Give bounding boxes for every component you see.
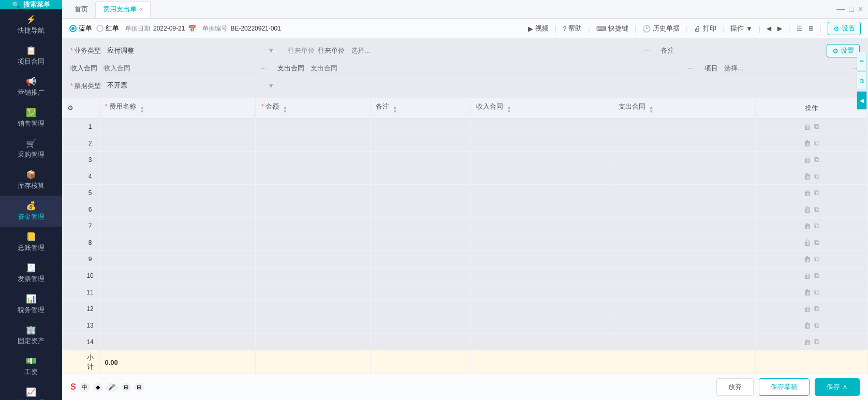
delete-row-11[interactable]: 🗑 xyxy=(804,288,811,297)
cell-note-5[interactable] xyxy=(370,185,470,201)
right-green-tab[interactable]: ◀ xyxy=(857,91,867,110)
window-maximize-btn[interactable]: □ xyxy=(849,5,854,14)
sidebar-item-quick-nav[interactable]: ⚡ 快捷导航 xyxy=(0,9,62,40)
copy-row-14[interactable]: ⧉ xyxy=(814,337,819,346)
cell-income-contract-5[interactable] xyxy=(470,185,613,201)
delete-row-14[interactable]: 🗑 xyxy=(804,338,811,346)
cell-amount-9[interactable] xyxy=(256,251,370,268)
cell-note-14[interactable] xyxy=(370,334,470,350)
cell-amount-10[interactable] xyxy=(256,268,370,284)
expense-contract-input[interactable] xyxy=(307,63,684,74)
cell-expense-name-1[interactable] xyxy=(99,118,256,135)
toolbar-nav-next[interactable]: ▶ xyxy=(777,25,782,32)
copy-row-11[interactable]: ⧉ xyxy=(814,288,819,297)
cell-expense-contract-7[interactable] xyxy=(613,218,755,234)
cell-income-contract-1[interactable] xyxy=(470,118,613,135)
cell-note-11[interactable] xyxy=(370,284,470,301)
sidebar-item-sales[interactable]: 💹 销售管理 xyxy=(0,102,62,134)
sidebar-item-invoice[interactable]: 🧾 发票管理 xyxy=(0,258,62,289)
toolbar-view-grid[interactable]: ⊞ xyxy=(808,25,814,32)
cell-expense-contract-3[interactable] xyxy=(613,152,755,168)
toolbar-history-btn[interactable]: 🕐 历史单据 xyxy=(642,24,680,33)
delete-row-4[interactable]: 🗑 xyxy=(804,172,811,181)
tab-expense[interactable]: 费用支出单 × xyxy=(95,1,151,18)
sort-arrows-amount[interactable]: ▲ ▼ xyxy=(283,106,287,114)
sort-arrows-expense-contract[interactable]: ▲ ▼ xyxy=(649,106,653,114)
cell-expense-contract-14[interactable] xyxy=(613,334,755,350)
copy-row-6[interactable]: ⧉ xyxy=(814,205,819,214)
th-note[interactable]: 备注 ▲ ▼ xyxy=(370,98,470,118)
cell-expense-name-11[interactable] xyxy=(99,284,256,301)
income-contract-input[interactable] xyxy=(100,63,257,74)
copy-row-2[interactable]: ⧉ xyxy=(814,139,819,147)
window-close-btn[interactable]: × xyxy=(858,5,863,14)
sidebar-item-assets[interactable]: 🏢 固定资产 xyxy=(0,320,62,351)
cell-expense-contract-10[interactable] xyxy=(613,268,755,284)
toolbar-shortcut-btn[interactable]: ⌨ 快捷键 xyxy=(596,24,628,33)
cell-note-1[interactable] xyxy=(370,118,470,135)
cell-income-contract-12[interactable] xyxy=(470,301,613,317)
cell-expense-contract-12[interactable] xyxy=(613,301,755,317)
th-expense-contract[interactable]: 支出合同 ▲ ▼ xyxy=(613,98,755,118)
blue-single-radio[interactable]: 蓝单 xyxy=(69,24,92,33)
th-income-contract[interactable]: 收入合同 ▲ ▼ xyxy=(470,98,613,118)
th-amount[interactable]: 金额 ▲ ▼ xyxy=(256,98,370,118)
tab-expense-close[interactable]: × xyxy=(140,6,143,12)
brand-mic-icon[interactable]: 🎤 xyxy=(106,383,118,392)
cell-expense-contract-8[interactable] xyxy=(613,234,755,251)
col-settings[interactable]: ⚙ xyxy=(62,98,81,118)
copy-row-5[interactable]: ⧉ xyxy=(814,188,819,197)
income-contract-dots[interactable]: ··· xyxy=(260,64,267,73)
cell-expense-contract-9[interactable] xyxy=(613,251,755,268)
cell-expense-name-5[interactable] xyxy=(99,185,256,201)
cell-expense-contract-11[interactable] xyxy=(613,284,755,301)
cell-note-8[interactable] xyxy=(370,234,470,251)
copy-row-3[interactable]: ⧉ xyxy=(814,155,819,164)
cell-expense-name-9[interactable] xyxy=(99,251,256,268)
cell-expense-contract-13[interactable] xyxy=(613,317,755,334)
cell-expense-contract-2[interactable] xyxy=(613,135,755,152)
sidebar-item-operations[interactable]: 📈 经营管理 xyxy=(0,382,62,400)
brand-zhong-icon[interactable]: 中 xyxy=(79,382,90,392)
sidebar-header[interactable]: 🔍 搜索菜单 xyxy=(0,0,62,9)
cell-expense-name-14[interactable] xyxy=(99,334,256,350)
toolbar-view-list[interactable]: ☰ xyxy=(797,25,802,32)
cell-note-9[interactable] xyxy=(370,251,470,268)
cell-expense-contract-5[interactable] xyxy=(613,185,755,201)
toolbar-operation-btn[interactable]: 操作 ▼ xyxy=(730,24,753,33)
copy-row-9[interactable]: ⧉ xyxy=(814,255,819,263)
sidebar-item-marketing[interactable]: 📢 营销推广 xyxy=(0,71,62,102)
cell-income-contract-13[interactable] xyxy=(470,317,613,334)
cell-expense-name-6[interactable] xyxy=(99,201,256,218)
cell-expense-name-7[interactable] xyxy=(99,218,256,234)
delete-row-8[interactable]: 🗑 xyxy=(804,239,811,247)
copy-row-10[interactable]: ⧉ xyxy=(814,271,819,280)
cell-amount-7[interactable] xyxy=(256,218,370,234)
delete-row-6[interactable]: 🗑 xyxy=(804,205,811,214)
cell-expense-contract-1[interactable] xyxy=(613,118,755,135)
cell-note-6[interactable] xyxy=(370,201,470,218)
cell-note-4[interactable] xyxy=(370,168,470,185)
copy-row-7[interactable]: ⧉ xyxy=(814,221,819,230)
cell-expense-name-12[interactable] xyxy=(99,301,256,317)
cell-expense-name-2[interactable] xyxy=(99,135,256,152)
cell-note-3[interactable] xyxy=(370,152,470,168)
brand-minus-icon[interactable]: ⊟ xyxy=(134,383,144,392)
cell-note-7[interactable] xyxy=(370,218,470,234)
red-single-radio[interactable]: 红单 xyxy=(96,24,119,33)
cell-note-10[interactable] xyxy=(370,268,470,284)
cell-amount-2[interactable] xyxy=(256,135,370,152)
date-value[interactable]: 2022-09-21 xyxy=(153,25,185,32)
delete-row-3[interactable]: 🗑 xyxy=(804,156,811,164)
cell-income-contract-14[interactable] xyxy=(470,334,613,350)
cell-amount-13[interactable] xyxy=(256,317,370,334)
cell-income-contract-2[interactable] xyxy=(470,135,613,152)
toolbar-help-btn[interactable]: ? 帮助 xyxy=(563,24,582,33)
cell-expense-name-4[interactable] xyxy=(99,168,256,185)
cell-amount-5[interactable] xyxy=(256,185,370,201)
cell-expense-name-3[interactable] xyxy=(99,152,256,168)
sort-arrows-note[interactable]: ▲ ▼ xyxy=(393,106,397,114)
delete-row-7[interactable]: 🗑 xyxy=(804,222,811,230)
invoice-type-select[interactable]: 不开票 ▼ xyxy=(104,79,277,92)
cell-expense-contract-6[interactable] xyxy=(613,201,755,218)
